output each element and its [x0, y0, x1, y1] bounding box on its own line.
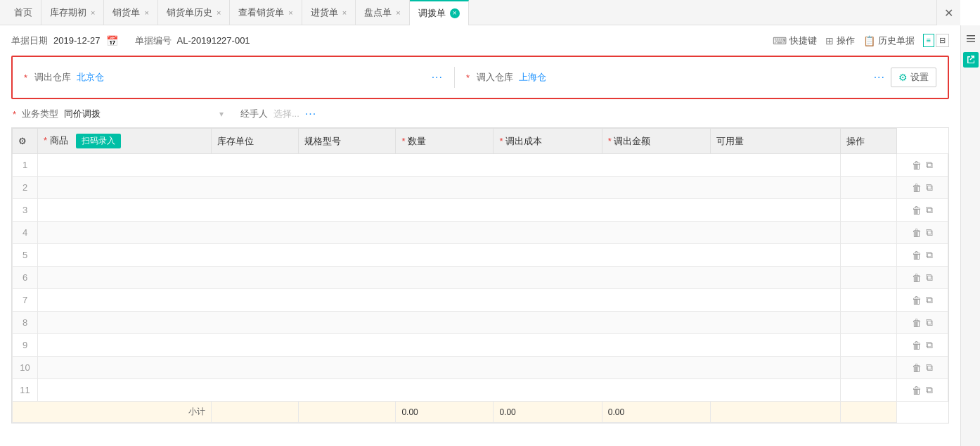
tab-view-sales[interactable]: 查看销货单 ×: [230, 0, 302, 25]
tab-view-sales-close[interactable]: ×: [288, 8, 292, 17]
delete-icon-2[interactable]: 🗑: [912, 182, 922, 193]
tab-stocktake-close[interactable]: ×: [396, 8, 400, 17]
row-number-4: 4: [13, 222, 38, 244]
transfer-out-value[interactable]: 北京仓: [77, 71, 104, 84]
copy-icon-7[interactable]: ⧉: [926, 294, 933, 306]
transfer-out-group: * 调出仓库 北京仓 ···: [24, 71, 443, 84]
copy-icon-3[interactable]: ⧉: [926, 204, 933, 216]
close-window-button[interactable]: ✕: [936, 0, 960, 25]
column-spec: 规格型号: [298, 129, 396, 154]
copy-icon-1[interactable]: ⧉: [926, 159, 933, 171]
copy-icon-4[interactable]: ⧉: [926, 227, 933, 238]
row-product-4[interactable]: [38, 222, 841, 244]
copy-icon-8[interactable]: ⧉: [926, 317, 933, 329]
tab-transfer[interactable]: 调拨单 ×: [410, 0, 469, 25]
row-ops-3[interactable]: 🗑 ⧉: [897, 199, 948, 222]
copy-icon-10[interactable]: ⧉: [926, 362, 933, 374]
transfer-in-more-button[interactable]: ···: [874, 71, 885, 84]
copy-icon-11[interactable]: ⧉: [926, 384, 933, 396]
row-product-7[interactable]: [38, 289, 841, 312]
delete-icon-3[interactable]: 🗑: [912, 205, 922, 216]
delete-icon-9[interactable]: 🗑: [912, 340, 922, 351]
settings-button[interactable]: ⚙ 设置: [891, 68, 936, 87]
row-product-9[interactable]: [38, 334, 841, 357]
column-quantity: * 数量: [396, 129, 494, 154]
row-available-11: [841, 379, 897, 402]
calendar-icon[interactable]: 📅: [106, 35, 118, 46]
row-ops-6[interactable]: 🗑 ⧉: [897, 267, 948, 289]
business-type-dropdown[interactable]: ▾: [219, 109, 224, 119]
row-number-10: 10: [13, 357, 38, 379]
subtotal-unit: [212, 402, 299, 423]
row-product-8[interactable]: [38, 312, 841, 334]
tab-transfer-close[interactable]: ×: [450, 8, 460, 18]
tab-sales-order-close[interactable]: ×: [144, 8, 148, 17]
layout-double-button[interactable]: ⊟: [936, 34, 949, 47]
copy-icon-9[interactable]: ⧉: [926, 339, 933, 351]
row-ops-8[interactable]: 🗑 ⧉: [897, 312, 948, 334]
tab-inventory-init-close[interactable]: ×: [91, 8, 95, 17]
sidebar-list-icon[interactable]: [963, 31, 979, 46]
row-ops-1[interactable]: 🗑 ⧉: [897, 154, 948, 177]
subtotal-quantity: 0.00: [396, 402, 494, 423]
handler-placeholder[interactable]: 选择...: [273, 108, 299, 120]
row-product-3[interactable]: [38, 199, 841, 222]
transfer-out-more-button[interactable]: ···: [432, 71, 443, 84]
delete-icon-4[interactable]: 🗑: [912, 227, 922, 238]
row-product-2[interactable]: [38, 177, 841, 199]
tab-home[interactable]: 首页: [6, 0, 41, 25]
delete-icon-1[interactable]: 🗑: [912, 160, 922, 171]
row-product-1[interactable]: [38, 154, 841, 177]
transfer-in-value[interactable]: 上海仓: [519, 71, 546, 84]
row-product-6[interactable]: [38, 267, 841, 289]
column-ops: 操作: [841, 129, 897, 154]
column-gear[interactable]: ⚙: [13, 129, 38, 154]
tab-view-sales-label: 查看销货单: [238, 6, 284, 19]
row-available-7: [841, 289, 897, 312]
delete-icon-6[interactable]: 🗑: [912, 272, 922, 283]
table-row: 7 🗑 ⧉: [13, 289, 948, 312]
tab-inventory-init-label: 库存期初: [50, 6, 86, 19]
layout-single-button[interactable]: ≡: [923, 34, 934, 47]
tab-stocktake[interactable]: 盘点单 ×: [356, 0, 409, 25]
delete-icon-8[interactable]: 🗑: [912, 317, 922, 329]
layout-toggle: ≡ ⊟: [923, 34, 949, 47]
shortcut-button[interactable]: ⌨ 快捷键: [773, 34, 817, 47]
row-ops-11[interactable]: 🗑 ⧉: [897, 379, 948, 402]
row-number-3: 3: [13, 199, 38, 222]
sidebar-external-icon[interactable]: [963, 52, 979, 68]
delete-icon-11[interactable]: 🗑: [912, 385, 922, 396]
table-row: 3 🗑 ⧉: [13, 199, 948, 222]
operations-button[interactable]: ⊞ 操作: [825, 34, 855, 47]
history-button[interactable]: 📋 历史单据: [863, 34, 915, 47]
tab-inventory-init[interactable]: 库存期初 ×: [41, 0, 104, 25]
row-number-9: 9: [13, 334, 38, 357]
row-ops-5[interactable]: 🗑 ⧉: [897, 244, 948, 267]
copy-icon-6[interactable]: ⧉: [926, 272, 933, 283]
tab-sales-history-close[interactable]: ×: [217, 8, 221, 17]
scan-entry-button[interactable]: 扫码录入: [76, 134, 121, 148]
row-ops-2[interactable]: 🗑 ⧉: [897, 177, 948, 199]
copy-icon-5[interactable]: ⧉: [926, 249, 933, 261]
tab-purchase-order-close[interactable]: ×: [342, 8, 347, 17]
row-ops-4[interactable]: 🗑 ⧉: [897, 222, 948, 244]
row-ops-7[interactable]: 🗑 ⧉: [897, 289, 948, 312]
delete-icon-7[interactable]: 🗑: [912, 295, 922, 306]
table-row: 6 🗑 ⧉: [13, 267, 948, 289]
subtotal-ops: [841, 402, 897, 423]
delete-icon-5[interactable]: 🗑: [912, 250, 922, 261]
copy-icon-2[interactable]: ⧉: [926, 181, 933, 193]
delete-icon-10[interactable]: 🗑: [912, 362, 922, 374]
row-ops-10[interactable]: 🗑 ⧉: [897, 357, 948, 379]
business-type-value[interactable]: 同价调拨: [64, 108, 214, 120]
row-product-10[interactable]: [38, 357, 841, 379]
row-product-11[interactable]: [38, 379, 841, 402]
tab-purchase-order[interactable]: 进货单 ×: [302, 0, 356, 25]
handler-more-button[interactable]: ···: [305, 108, 316, 120]
row-product-5[interactable]: [38, 244, 841, 267]
column-amount-label: 调出金额: [614, 136, 650, 146]
tab-sales-order[interactable]: 销货单 ×: [104, 0, 157, 25]
tab-sales-history[interactable]: 销货单历史 ×: [158, 0, 230, 25]
row-ops-9[interactable]: 🗑 ⧉: [897, 334, 948, 357]
column-spec-label: 规格型号: [304, 136, 341, 146]
